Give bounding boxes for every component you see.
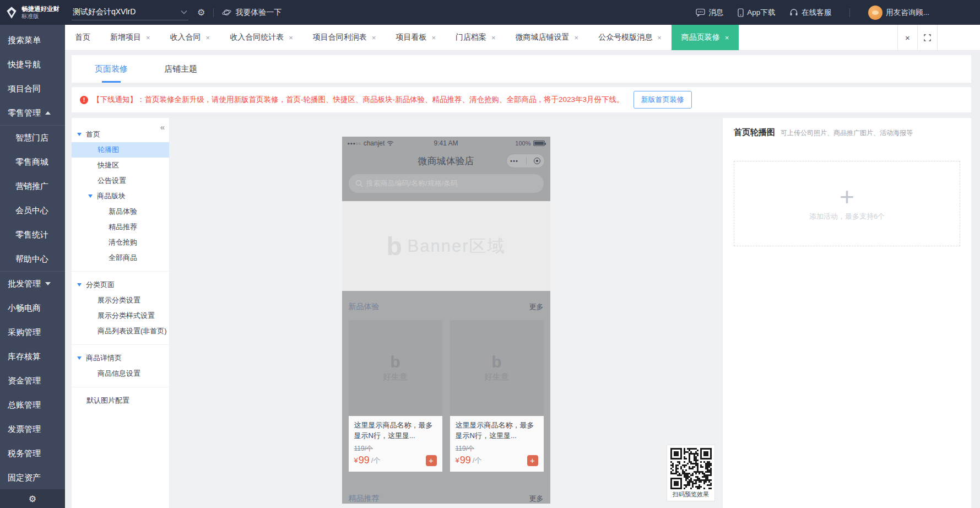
tree-item-label: 商品版块 xyxy=(97,191,126,201)
close-tab-icon[interactable]: × xyxy=(431,34,436,41)
sidebar-item[interactable]: 快捷导航 xyxy=(0,52,65,77)
close-tab-icon[interactable]: × xyxy=(289,34,293,41)
collapse-panel-icon[interactable]: « xyxy=(160,122,164,132)
sidebar-item[interactable]: 会员中心 xyxy=(0,198,65,223)
sidebar-item[interactable]: 总账管理 xyxy=(0,393,65,417)
sidebar-item[interactable]: 零售管理 xyxy=(0,101,65,125)
sidebar-item-label: 资金管理 xyxy=(8,369,41,393)
sidebar-settings-button[interactable]: ⚙ xyxy=(0,489,65,508)
banner-region[interactable]: b Banner区域 xyxy=(342,201,550,291)
carrier-label: chanjet xyxy=(364,139,385,147)
sidebar-menu: 搜索菜单快捷导航项目合同零售管理智慧门店零售商城营销推广会员中心零售统计帮助中心… xyxy=(0,28,65,489)
app-download-button[interactable]: App下载 xyxy=(733,8,779,18)
tree-item[interactable]: 商品版块 xyxy=(72,188,169,204)
miniprogram-capsule[interactable]: ••• xyxy=(506,154,545,168)
sidebar-item[interactable]: 采购管理 xyxy=(0,320,65,344)
sidebar-item[interactable]: 小畅电商 xyxy=(0,296,65,320)
more-link[interactable]: 更多 xyxy=(529,302,544,312)
online-service-label: 在线客服 xyxy=(802,8,831,18)
window-tab[interactable]: 收入合同统计表× xyxy=(220,25,303,50)
window-tab[interactable]: 首页 xyxy=(65,25,100,50)
featured-section-header[interactable]: 精品推荐 更多 xyxy=(349,494,544,504)
tab-shop-theme[interactable]: 店铺主题 xyxy=(164,55,197,83)
sidebar-item[interactable]: 营销推广 xyxy=(0,174,65,198)
sidebar-item[interactable]: 项目合同 xyxy=(0,77,65,101)
new-decoration-button[interactable]: 新版首页装修 xyxy=(634,91,692,109)
window-tab[interactable]: 公众号模版消息× xyxy=(588,25,672,50)
tree-item[interactable]: 展示分类设置 xyxy=(72,293,169,308)
tree-item-label: 默认图片配置 xyxy=(86,396,129,406)
window-tab[interactable]: 微商城店铺设置× xyxy=(506,25,589,50)
close-tab-icon[interactable]: × xyxy=(575,34,579,41)
sidebar-item-label: 会员中心 xyxy=(15,198,48,223)
close-tab-icon[interactable]: × xyxy=(206,34,210,41)
sidebar-item[interactable]: 固定资产 xyxy=(0,466,65,489)
product-image-placeholder: b好生意 xyxy=(349,320,442,416)
clock-label: 9:41 AM xyxy=(413,139,480,147)
phone-search-bar[interactable]: 搜索商品编码/名称/规格/条码 xyxy=(349,174,544,193)
tree-item[interactable]: 商品详情页 xyxy=(72,350,169,366)
tree-item[interactable]: 默认图片配置 xyxy=(72,393,169,408)
tree-item[interactable]: 新品体验 xyxy=(72,204,169,219)
tree-item-label: 展示分类样式设置 xyxy=(98,311,155,321)
sidebar-item[interactable]: 批发管理 xyxy=(0,272,65,296)
tree-item[interactable]: 公告设置 xyxy=(72,173,169,188)
sidebar-item[interactable]: 智慧门店 xyxy=(0,126,65,150)
window-tab[interactable]: 商品页装修× xyxy=(672,25,739,50)
product-card[interactable]: b好生意这里显示商品名称，最多显示N行，这里显...119/个¥99/个+ xyxy=(349,320,442,472)
add-to-cart-button[interactable]: + xyxy=(426,455,437,466)
sidebar-item[interactable]: 搜索菜单 xyxy=(0,28,65,52)
tree-item[interactable]: 清仓抢购 xyxy=(72,235,169,250)
user-menu[interactable]: 用友咨询顾... xyxy=(864,6,934,20)
sidebar-item-label: 营销推广 xyxy=(15,174,48,198)
window-tab[interactable]: 项目看板× xyxy=(386,25,446,50)
plus-icon: + xyxy=(840,186,854,208)
tree-item[interactable]: 首页 xyxy=(72,127,169,142)
sidebar-item[interactable]: 零售商城 xyxy=(0,150,65,174)
tree-item-label: 轮播图 xyxy=(98,145,119,155)
tree-item[interactable]: 商品信息设置 xyxy=(72,366,169,381)
tab-page-decoration[interactable]: 页面装修 xyxy=(95,55,128,83)
org-dropdown[interactable]: 测试好会计qXVlrD xyxy=(72,4,188,20)
window-tab[interactable]: 项目合同利润表× xyxy=(303,25,386,50)
tree-item[interactable]: 快捷区 xyxy=(72,158,169,173)
tree-item[interactable]: 商品列表设置(非首页) xyxy=(72,323,169,339)
more-link[interactable]: 更多 xyxy=(529,494,544,504)
caret-down-icon xyxy=(77,356,82,360)
phone-status-bar: ●●●○○ chanjet 9:41 AM 100% xyxy=(342,137,550,150)
sidebar-item[interactable]: 发票管理 xyxy=(0,417,65,441)
close-all-tabs-button[interactable]: × xyxy=(897,25,917,50)
new-products-section-header[interactable]: 新品体验 更多 xyxy=(349,302,544,312)
messages-button[interactable]: 消息 xyxy=(691,8,728,18)
notice-text: 【下线通知】：首页装修全新升级，请使用新版首页装修，首页-轮播图、快捷区、商品板… xyxy=(93,95,624,105)
close-tab-icon[interactable]: × xyxy=(725,34,729,41)
sidebar-item[interactable]: 税务管理 xyxy=(0,441,65,466)
add-banner-dropzone[interactable]: + 添加活动，最多支持6个 xyxy=(734,161,960,246)
sidebar-item[interactable]: 零售统计 xyxy=(0,223,65,247)
sidebar-item-label: 采购管理 xyxy=(8,320,41,344)
sidebar-item[interactable]: 资金管理 xyxy=(0,369,65,393)
tree-item[interactable]: 分类页面 xyxy=(72,277,169,293)
tree-item[interactable]: 展示分类样式设置 xyxy=(72,308,169,323)
close-tab-icon[interactable]: × xyxy=(657,34,662,41)
window-tab[interactable]: 新增项目× xyxy=(100,25,160,50)
org-settings-gear-icon[interactable]: ⚙ xyxy=(197,7,205,18)
tree-item-label: 展示分类设置 xyxy=(98,295,140,305)
tree-item[interactable]: 精品推荐 xyxy=(72,219,169,235)
close-tab-icon[interactable]: × xyxy=(372,34,376,41)
tree-item[interactable]: 全部商品 xyxy=(72,250,169,266)
online-service-button[interactable]: 在线客服 xyxy=(785,8,836,18)
phone-header[interactable]: ●●●○○ chanjet 9:41 AM 100% xyxy=(342,137,550,201)
product-card[interactable]: b好生意这里显示商品名称，最多显示N行，这里显...119/个¥99/个+ xyxy=(450,320,544,472)
tree-item[interactable]: 轮播图 xyxy=(72,142,169,158)
window-tab[interactable]: 门店档案× xyxy=(446,25,506,50)
close-tab-icon[interactable]: × xyxy=(146,34,150,41)
messages-label: 消息 xyxy=(708,8,723,18)
add-to-cart-button[interactable]: + xyxy=(527,455,538,466)
experience-button[interactable]: 我要体验一下 xyxy=(222,8,281,18)
window-tab[interactable]: 收入合同× xyxy=(160,25,220,50)
sidebar-item[interactable]: 库存核算 xyxy=(0,344,65,369)
fullscreen-button[interactable] xyxy=(917,25,937,50)
close-tab-icon[interactable]: × xyxy=(491,34,496,41)
sidebar-item[interactable]: 帮助中心 xyxy=(0,247,65,271)
